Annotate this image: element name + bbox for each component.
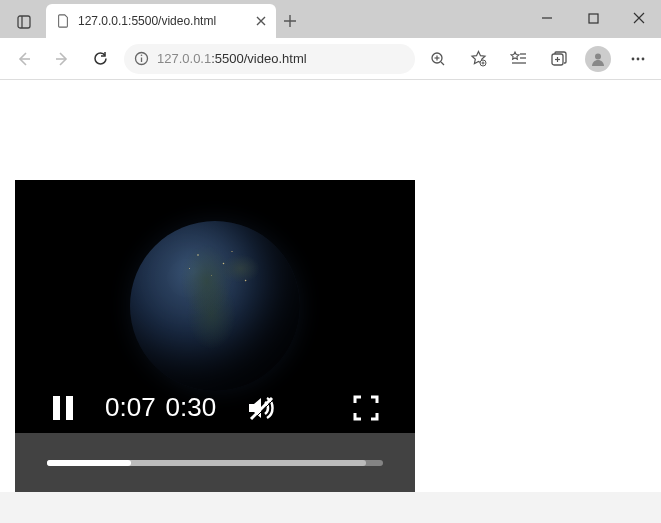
avatar-icon <box>589 50 607 68</box>
plus-icon <box>283 14 297 28</box>
tab-close-button[interactable] <box>256 16 266 26</box>
address-bar[interactable]: 127.0.0.1:5500/video.html <box>124 44 415 74</box>
tab-actions-button[interactable] <box>8 6 40 38</box>
page-icon <box>56 14 70 28</box>
info-icon <box>134 51 149 66</box>
forward-button[interactable] <box>48 45 76 73</box>
arrow-left-icon <box>15 50 33 68</box>
browser-tab-strip: 127.0.0.1:5500/video.html <box>0 0 661 38</box>
favorites-list-button[interactable] <box>505 46 531 72</box>
muted-icon <box>246 393 276 423</box>
back-button[interactable] <box>10 45 38 73</box>
pause-button[interactable] <box>51 394 75 422</box>
svg-point-25 <box>642 57 645 60</box>
profile-button[interactable] <box>585 46 611 72</box>
svg-point-23 <box>632 57 635 60</box>
window-controls <box>533 6 653 30</box>
svg-rect-27 <box>66 396 73 420</box>
svg-point-22 <box>595 53 601 59</box>
progress-area <box>15 433 415 492</box>
minimize-button[interactable] <box>533 6 561 30</box>
earth-image <box>130 221 300 391</box>
collections-button[interactable] <box>545 46 571 72</box>
collections-icon <box>550 50 567 67</box>
video-player[interactable]: 0:07 0:30 <box>15 180 415 492</box>
dots-icon <box>630 51 646 67</box>
toolbar-actions <box>425 46 651 72</box>
progress-fill <box>47 460 131 466</box>
browser-toolbar: 127.0.0.1:5500/video.html <box>0 38 661 80</box>
controls-row: 0:07 0:30 <box>15 382 415 433</box>
favorite-button[interactable] <box>465 46 491 72</box>
address-host: 127.0.0.1 <box>157 51 211 66</box>
maximize-icon <box>588 13 599 24</box>
progress-bar[interactable] <box>47 460 383 466</box>
arrow-right-icon <box>53 50 71 68</box>
current-time: 0:07 <box>105 392 156 423</box>
tab-title: 127.0.0.1:5500/video.html <box>78 14 248 28</box>
reload-button[interactable] <box>86 45 114 73</box>
new-tab-button[interactable] <box>276 4 304 38</box>
video-controls: 0:07 0:30 <box>15 382 415 492</box>
zoom-icon <box>430 51 446 67</box>
svg-point-8 <box>141 55 143 57</box>
svg-rect-26 <box>53 396 60 420</box>
duration: 0:30 <box>166 392 217 423</box>
menu-button[interactable] <box>625 46 651 72</box>
zoom-button[interactable] <box>425 46 451 72</box>
svg-rect-3 <box>589 14 598 23</box>
mute-button[interactable] <box>246 393 276 423</box>
svg-point-24 <box>637 57 640 60</box>
reload-icon <box>92 50 109 67</box>
close-icon <box>633 12 645 24</box>
page-content: 0:07 0:30 <box>0 80 661 492</box>
close-window-button[interactable] <box>625 6 653 30</box>
time-display: 0:07 0:30 <box>105 392 216 423</box>
pause-icon <box>51 394 75 422</box>
close-icon <box>256 16 266 26</box>
minimize-icon <box>541 12 553 24</box>
fullscreen-button[interactable] <box>353 395 379 421</box>
address-path: :5500/video.html <box>211 51 306 66</box>
star-plus-icon <box>470 50 487 67</box>
svg-line-10 <box>441 62 444 65</box>
svg-rect-0 <box>18 16 30 28</box>
browser-tab[interactable]: 127.0.0.1:5500/video.html <box>46 4 276 38</box>
maximize-button[interactable] <box>579 6 607 30</box>
fullscreen-icon <box>353 395 379 421</box>
star-lines-icon <box>510 50 527 67</box>
address-text: 127.0.0.1:5500/video.html <box>157 51 405 66</box>
tab-actions-icon <box>16 14 32 30</box>
